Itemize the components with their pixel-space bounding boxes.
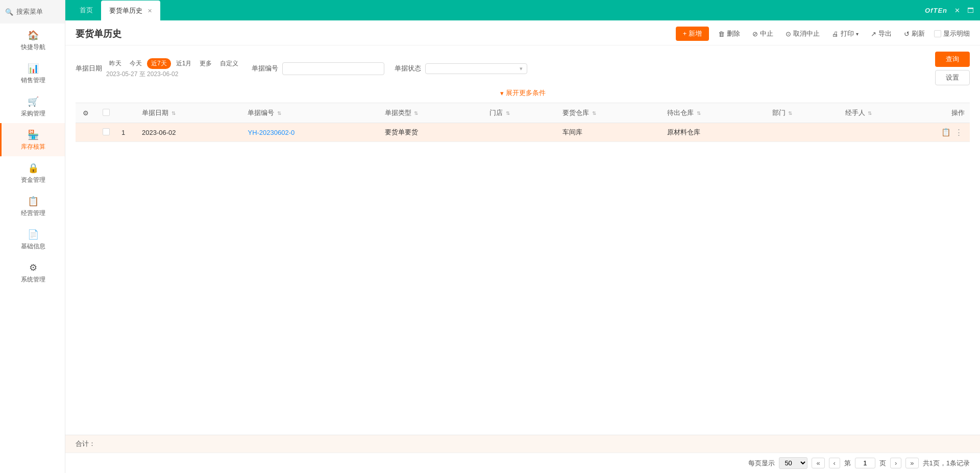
sidebar-item-sales[interactable]: 📊 销售管理 [0, 57, 65, 90]
th-order-no[interactable]: 单据编号 ⇅ [242, 103, 379, 123]
th-handler[interactable]: 经手人 ⇅ [840, 103, 929, 123]
sidebar-item-basic-info[interactable]: 📄 基础信息 [0, 223, 65, 256]
td-order-no[interactable]: YH-20230602-0 [242, 123, 379, 142]
row-more-icon[interactable]: ⋮ [955, 128, 963, 136]
content-area: 要货单历史 + 新增 🗑 删除 ⊘ 中止 ⊙ 取消中止 🖨 打印 [65, 20, 980, 473]
maximize-window-btn[interactable]: 🗖 [967, 7, 974, 14]
display-detail-toggle[interactable]: 显示明细 [934, 29, 970, 38]
add-button[interactable]: + 新增 [676, 27, 709, 41]
expand-more-btn[interactable]: ▾ 展开更多条件 [76, 85, 970, 100]
next-page-btn[interactable]: › [890, 458, 901, 468]
search-icon: 🔍 [5, 8, 13, 16]
brand-name: OfTEn [925, 7, 947, 14]
display-detail-checkbox[interactable] [934, 30, 941, 37]
th-checkbox[interactable] [96, 103, 116, 123]
tab-home[interactable]: 首页 [71, 0, 101, 20]
th-req-warehouse[interactable]: 要货仓库 ⇅ [557, 103, 662, 123]
th-date-label: 单据日期 [142, 109, 168, 116]
status-label: 单据状态 [395, 64, 421, 73]
print-dropdown-icon: ▾ [856, 31, 859, 37]
row-edit-icon[interactable]: 📋 [941, 128, 951, 136]
page-title: 要货单历史 [76, 28, 121, 40]
th-handler-sort-icon: ⇅ [868, 110, 872, 116]
print-button[interactable]: 🖨 打印 ▾ [829, 27, 862, 40]
cancel-stop-button[interactable]: ⊙ 取消中止 [782, 27, 823, 40]
th-store-sort-icon: ⇅ [506, 110, 510, 116]
th-order-no-label: 单据编号 [248, 109, 274, 116]
date-option-昨天[interactable]: 昨天 [106, 58, 125, 69]
table-row[interactable]: 1 2023-06-02 YH-20230602-0 要货单要货 车间库 原材料… [76, 123, 970, 142]
th-date-sort-icon: ⇅ [172, 110, 176, 116]
sidebar-item-inventory[interactable]: 🏪 库存核算 [0, 123, 65, 156]
main-area: 首页要货单历史✕ OfTEn ✕ 🗖 要货单历史 + 新增 🗑 删除 ⊘ 中止 [65, 0, 980, 473]
td-pending-warehouse: 原材料仓库 [662, 123, 767, 142]
sum-label: 合计： [76, 440, 95, 447]
sidebar-search[interactable]: 🔍 搜索菜单 [0, 0, 65, 23]
order-no-link[interactable]: YH-20230602-0 [248, 129, 295, 136]
td-checkbox[interactable] [96, 123, 116, 142]
date-option-近7天[interactable]: 近7天 [147, 58, 171, 69]
data-table: ⚙ 单据日期 ⇅ 单据编号 ⇅ 单据类型 ⇅ [76, 103, 970, 142]
per-page-select[interactable]: 2050100200 [779, 457, 807, 469]
expand-icon: ▾ [500, 89, 504, 97]
order-no-input[interactable] [282, 62, 384, 75]
per-page-label: 每页显示 [748, 459, 775, 468]
sidebar-icon-quick-nav: 🏠 [28, 30, 39, 41]
th-store[interactable]: 门店 ⇅ [484, 103, 557, 123]
delete-button[interactable]: 🗑 删除 [715, 27, 743, 40]
last-page-btn[interactable]: » [905, 458, 918, 468]
sidebar-item-operations[interactable]: 📋 经营管理 [0, 190, 65, 223]
cancel-stop-icon: ⊙ [786, 30, 791, 38]
table-wrapper: ⚙ 单据日期 ⇅ 单据编号 ⇅ 单据类型 ⇅ [65, 103, 980, 435]
refresh-button[interactable]: ↺ 刷新 [901, 27, 928, 40]
td-type: 要货单要货 [380, 123, 484, 142]
td-store [484, 123, 557, 142]
first-page-btn[interactable]: « [812, 458, 824, 468]
th-type[interactable]: 单据类型 ⇅ [380, 103, 484, 123]
close-window-btn[interactable]: ✕ [954, 7, 960, 14]
sidebar-item-finance[interactable]: 🔒 资金管理 [0, 156, 65, 190]
prev-page-btn[interactable]: ‹ [829, 458, 840, 468]
date-option-更多[interactable]: 更多 [197, 58, 215, 69]
tab-close-requisition-history[interactable]: ✕ [148, 8, 152, 14]
th-date[interactable]: 单据日期 ⇅ [137, 103, 242, 123]
th-handler-label: 经手人 [845, 109, 865, 116]
filter-settings-button[interactable]: 设置 [935, 70, 970, 85]
td-req-warehouse: 车间库 [557, 123, 662, 142]
th-pending-warehouse-sort-icon: ⇅ [697, 110, 701, 116]
query-button[interactable]: 查询 [935, 52, 970, 67]
th-type-sort-icon: ⇅ [414, 110, 418, 116]
th-settings[interactable]: ⚙ [76, 103, 96, 123]
sidebar-item-quick-nav[interactable]: 🏠 快捷导航 [0, 23, 65, 57]
table-header-row: ⚙ 单据日期 ⇅ 单据编号 ⇅ 单据类型 ⇅ [76, 103, 970, 123]
sidebar-label-sales: 销售管理 [21, 76, 45, 85]
sidebar-icon-sales: 📊 [28, 63, 39, 74]
export-label: 导出 [878, 29, 892, 38]
td-date: 2023-06-02 [137, 123, 242, 142]
date-filter-group: 单据日期 昨天今天近7天近1月更多自定义 2023-05-27 至 2023-0… [76, 58, 241, 79]
td-handler [840, 123, 929, 142]
status-dropdown-icon: ▾ [520, 65, 523, 72]
refresh-label: 刷新 [912, 29, 925, 38]
th-dept[interactable]: 部门 ⇅ [767, 103, 840, 123]
current-page-input[interactable] [855, 458, 875, 468]
sidebar-item-purchase[interactable]: 🛒 采购管理 [0, 90, 65, 123]
sidebar-icon-system: ⚙ [28, 262, 39, 273]
stop-button[interactable]: ⊘ 中止 [749, 27, 776, 40]
filter-row: 单据日期 昨天今天近7天近1月更多自定义 2023-05-27 至 2023-0… [76, 52, 970, 85]
sidebar-icon-operations: 📋 [28, 196, 39, 207]
th-req-warehouse-sort-icon: ⇅ [592, 110, 596, 116]
date-option-自定义[interactable]: 自定义 [217, 58, 241, 69]
date-filter-label: 单据日期 [76, 64, 102, 73]
stop-icon: ⊘ [752, 30, 758, 38]
th-pending-warehouse[interactable]: 待出仓库 ⇅ [662, 103, 767, 123]
td-num: 1 [116, 123, 137, 142]
sidebar-item-system[interactable]: ⚙ 系统管理 [0, 256, 65, 289]
tab-requisition-history[interactable]: 要货单历史✕ [101, 1, 160, 21]
date-option-今天[interactable]: 今天 [127, 58, 145, 69]
display-detail-label: 显示明细 [943, 29, 970, 38]
topbar: 首页要货单历史✕ OfTEn ✕ 🗖 [65, 0, 980, 20]
date-option-近1月[interactable]: 近1月 [173, 58, 195, 69]
status-select[interactable]: ▾ [425, 63, 527, 74]
export-button[interactable]: ↗ 导出 [868, 27, 895, 40]
